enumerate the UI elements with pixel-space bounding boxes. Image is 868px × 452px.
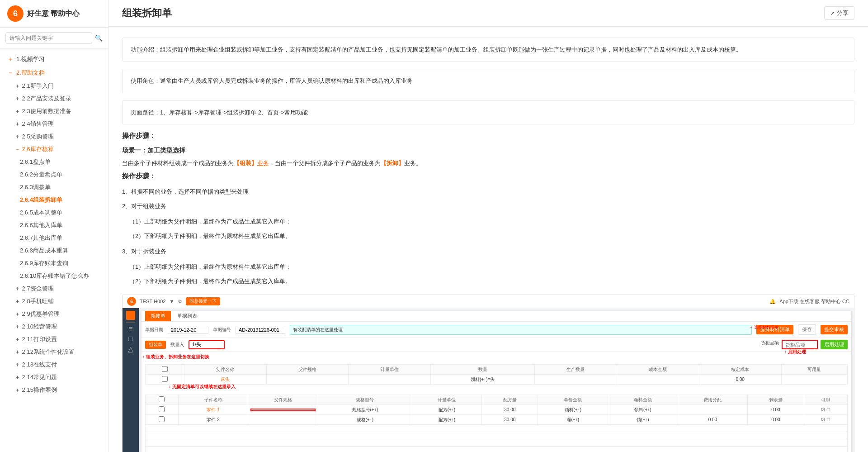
mock-no-input[interactable]	[236, 326, 285, 334]
mock-row1-name: 床头	[184, 375, 266, 385]
sidebar-item-2-2[interactable]: ＋ 2.2产品安装及登录	[0, 92, 108, 105]
mock-upper-row1: 床头 领料(+↑)=头 0.00	[146, 375, 848, 385]
mock-lower-th-avail: 可用	[804, 395, 847, 405]
mock-lower-row6	[146, 447, 848, 452]
mock-th-check	[146, 365, 184, 375]
search-icon[interactable]: 🔍	[95, 34, 103, 42]
sidebar-item-2-11[interactable]: ＋ 2.11打印设置	[0, 333, 108, 346]
sidebar-item-docs[interactable]: － 2.帮助文档	[0, 66, 108, 80]
mock-lower-th-child-name: 子件名称	[178, 395, 248, 405]
mock-th-parent-spec: 父件规格	[266, 365, 349, 375]
function-intro-text: 功能介绍：组装拆卸单用来处理企业组装或拆卸等加工业务，支持有固定装配清单的产品加…	[131, 46, 742, 53]
sidebar-item-2-9[interactable]: ＋ 2.9优惠券管理	[0, 308, 108, 320]
sidebar-header: 6 好生意 帮助中心	[0, 0, 108, 28]
mock-row1-avail	[781, 375, 847, 385]
sidebar-item-2-6-8[interactable]: 2.6.8商品成本重算	[0, 244, 108, 257]
sidebar-item-2-1[interactable]: ＋ 2.1新手入门	[0, 80, 108, 92]
main-content: 功能介绍：组装拆卸单用来处理企业组装或拆卸等加工业务，支持有固定装配清单的产品加…	[108, 27, 868, 452]
mock-lower-row5-empty	[146, 439, 848, 447]
mock-qiyong-btn[interactable]: 启用处理	[821, 340, 848, 349]
sidebar-item-2-12[interactable]: ＋ 2.12系统个性化设置	[0, 346, 108, 358]
underline-assemble: 业务	[257, 160, 269, 167]
highlight-assemble: 【组装】	[234, 160, 257, 167]
mock-select-goods-input[interactable]	[782, 340, 818, 349]
sidebar-item-2-6-1[interactable]: 2.6.1盘点单	[0, 156, 108, 168]
operations-section: 操作步骤： 场景一：加工类型选择 当由多个子件材料组装成一个成品的业务为【组装】…	[122, 132, 854, 287]
mock-lower-row3	[146, 425, 848, 432]
mock-annotation-qiyong: ↑ 启用处理	[784, 349, 806, 355]
scenario1-desc: 当由多个子件材料组装成一个成品的业务为【组装】业务，当由一个父件拆分成多个子产品…	[122, 157, 854, 169]
mock-lower-row1: 零件 1 规格型号(+↑) 配方(+↑) 30.00 领料(+↑) 领料(+↑)	[146, 405, 848, 415]
mock-lower-row2-check[interactable]	[159, 416, 165, 422]
mock-save-btn[interactable]: 保存	[798, 324, 816, 335]
sidebar-search-bar[interactable]: 🔍	[0, 28, 108, 49]
mock-lower-row2-formula: 30.00	[482, 415, 538, 425]
sidebar-item-2-10[interactable]: ＋ 2.10经营管理	[0, 320, 108, 333]
share-button[interactable]: ↗ 分享	[824, 6, 854, 20]
sidebar-item-2-4[interactable]: ＋ 2.4销售管理	[0, 118, 108, 130]
step2: 2、对于组装业务	[122, 200, 854, 212]
mock-th-avail: 可用量	[781, 365, 847, 375]
mock-th-fixed-cost: 核定成本	[699, 365, 781, 375]
sidebar-item-2-6-2[interactable]: 2.6.2分量盘点单	[0, 168, 108, 181]
mock-sidebar-home	[126, 311, 135, 320]
sidebar-item-2-6-7[interactable]: 2.6.7其他出库单	[0, 232, 108, 244]
sidebar-item-2-6-9[interactable]: 2.6.9库存账本查询	[0, 257, 108, 270]
mock-annotation-nofixed: ↓ 无固定清单可以继续在这里录入	[169, 384, 236, 390]
mock-lower-row2-remain: 0.00	[748, 415, 804, 425]
mock-tab2[interactable]: 单据列表	[172, 311, 203, 321]
sidebar-item-label: 1.视频学习	[16, 55, 45, 63]
steps-title: 操作步骤：	[122, 172, 854, 181]
mock-lower-th-pick-amt: 领料金额	[608, 395, 678, 405]
mock-lower-th-formula: 配方量	[482, 395, 538, 405]
sidebar-item-2-13[interactable]: ＋ 2.13在线支付	[0, 358, 108, 371]
mock-qty-input[interactable]	[189, 340, 225, 349]
step3-list: （1）上部明细为父件明细，最终作为原材料生成某它出库单； （2）下部明细为子件明…	[129, 261, 854, 287]
mock-lower-row1-spec	[250, 409, 316, 411]
sidebar-item-2-14[interactable]: ＋ 2.14常见问题	[0, 371, 108, 384]
mock-lower-row2-pickamt: 领(+↑)	[608, 415, 678, 425]
sidebar-item-2-8[interactable]: ＋ 2.8手机旺铺	[0, 295, 108, 308]
mock-row1-check[interactable]	[162, 376, 168, 382]
mock-th-prod-qty: 生产数量	[534, 365, 617, 375]
mock-tab-active[interactable]: 新建单	[145, 311, 171, 321]
page-title: 组装拆卸单	[122, 6, 172, 20]
mock-sidebar-divider	[126, 322, 135, 323]
highlight-disassemble: 【拆卸】	[381, 160, 404, 167]
sidebar-item-2-6-4[interactable]: 2.6.4组装拆卸单	[0, 194, 108, 206]
sidebar-item-2-6-3[interactable]: 2.6.3调拨单	[0, 181, 108, 194]
mock-row1-fixed-cost: 0.00	[699, 375, 781, 385]
mock-lower-row2-spec	[248, 415, 318, 425]
mock-type-badge: 组装单	[145, 341, 166, 349]
sidebar-item-2-15[interactable]: ＋ 2.15操作案例	[0, 384, 108, 396]
sidebar-item-2-6[interactable]: － 2.6库存核算	[0, 143, 108, 156]
mock-date-input[interactable]	[168, 326, 208, 334]
mock-select-all[interactable]	[162, 366, 168, 372]
sidebar-item-video[interactable]: ＋ 1.视频学习	[0, 52, 108, 66]
sidebar-item-2-6-10[interactable]: 2.6.10库存账本错了怎么办	[0, 270, 108, 282]
role-intro-block: 使用角色：通常由生产人员或库管人员完成拆装业务的操作，库管人员确认原材料的出库和…	[122, 69, 854, 93]
mock-topbar-btn[interactable]: 同意接受一下	[186, 297, 220, 305]
mock-lower-row1-check[interactable]	[159, 406, 165, 412]
mock-lower-select-all[interactable]	[159, 396, 165, 402]
sidebar: 6 好生意 帮助中心 🔍 ＋ 1.视频学习 － 2.帮助文档 ＋ 2.1新手入门…	[0, 0, 108, 452]
sidebar-item-label: 2.帮助文档	[16, 69, 45, 77]
mock-lower-th-unit-price: 单价金额	[538, 395, 608, 405]
sidebar-item-2-3[interactable]: ＋ 2.3使用前数据准备	[0, 105, 108, 118]
sidebar-item-2-6-5[interactable]: 2.6.5成本调整单	[0, 206, 108, 219]
search-input[interactable]	[5, 32, 92, 44]
step1: 1、根据不同的业务，选择不同单据的类型来处理	[122, 186, 854, 198]
mock-submit-btn[interactable]: 提交审核	[821, 325, 848, 334]
path-intro-block: 页面路径：1、库存核算->库存管理->组装拆卸单 2、首页->常用功能	[122, 100, 854, 124]
mock-th-parent-name: 父件名称	[184, 365, 266, 375]
mock-lower-row1-formula: 30.00	[482, 405, 538, 415]
mock-lower-row1-avail: ☑ ☐	[804, 405, 847, 415]
mock-row1-cost	[617, 375, 699, 385]
mock-lower-th-remain: 剩余量	[748, 395, 804, 405]
share-label: 分享	[837, 9, 849, 17]
scenario1-title: 场景一：加工类型选择	[122, 147, 854, 155]
sidebar-item-2-5[interactable]: ＋ 2.5采购管理	[0, 130, 108, 143]
sidebar-item-2-7[interactable]: ＋ 2.7资金管理	[0, 282, 108, 295]
sidebar-item-2-6-6[interactable]: 2.6.6其他入库单	[0, 219, 108, 232]
mock-lower-th-unit: 计量单位	[412, 395, 482, 405]
